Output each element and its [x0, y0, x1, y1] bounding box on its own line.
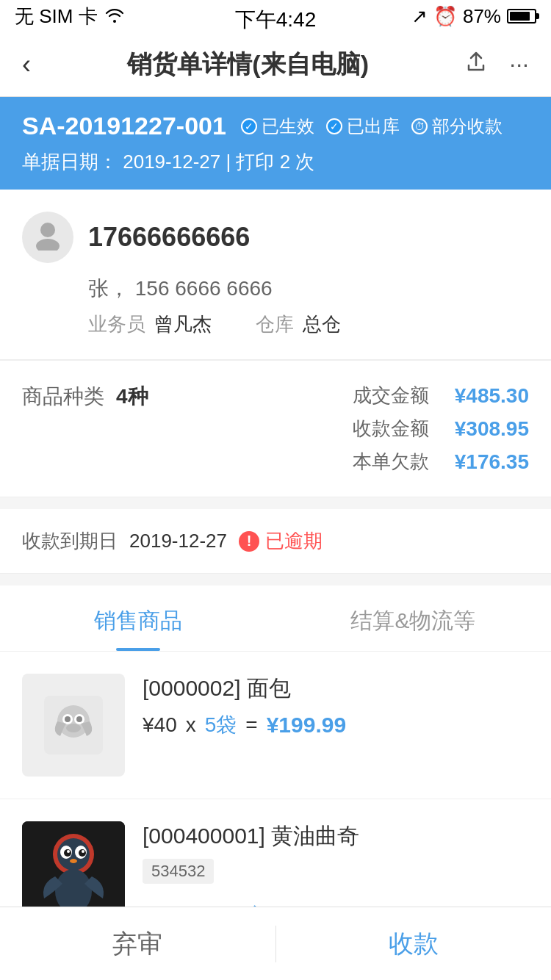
- overdue-badge: ! 已逾期: [239, 528, 323, 554]
- salesperson-item: 业务员 曾凡杰: [88, 311, 212, 337]
- due-date: 2019-12-27: [129, 530, 227, 552]
- clock-icon: ⏱: [411, 118, 428, 134]
- alarm-icon: ⏰: [433, 5, 457, 28]
- back-button[interactable]: ‹: [22, 49, 31, 80]
- cancel-button[interactable]: 弃审: [0, 912, 276, 976]
- status-badge-partial: ⏱ 部分收款: [411, 115, 503, 138]
- overdue-text: 已逾期: [265, 528, 323, 554]
- customer-contact: 张， 156 6666 6666: [88, 275, 529, 303]
- product-type-label: 商品种类: [22, 383, 104, 411]
- location-icon: ↗: [411, 5, 428, 28]
- customer-contact-phone: 156 6666 6666: [135, 277, 273, 300]
- product-type: 商品种类 4种: [22, 383, 148, 411]
- product-code-bread: [0000002]: [143, 676, 240, 700]
- svg-point-7: [76, 716, 82, 722]
- order-date-row: 单据日期： 2019-12-27 | 打印 2 次: [22, 149, 529, 175]
- check-icon-1: ✓: [241, 118, 257, 134]
- battery-icon: [507, 9, 536, 24]
- salesperson-value: 曾凡杰: [154, 311, 212, 337]
- carrier-label: 无 SIM 卡: [15, 4, 98, 29]
- order-banner: SA-20191227-001 ✓ 已生效 ✓ 已出库 ⏱ 部分收款 单据日期：…: [0, 97, 551, 190]
- stats-section: 商品种类 4种 成交金额 ¥485.30 收款金额 ¥308.95 本单欠款 ¥…: [0, 360, 551, 497]
- status-label-active: 已生效: [262, 115, 314, 138]
- status-time: 下午4:42: [235, 6, 317, 34]
- check-icon-2: ✓: [326, 118, 342, 134]
- amounts: 成交金额 ¥485.30 收款金额 ¥308.95 本单欠款 ¥176.35: [353, 383, 529, 475]
- product-code-cookie: [000400001]: [143, 824, 265, 848]
- status-badges: ✓ 已生效 ✓ 已出库 ⏱ 部分收款: [241, 115, 503, 138]
- due-section: 收款到期日 2019-12-27 ! 已逾期: [0, 509, 551, 574]
- product-tag-cookie: 534532: [143, 859, 214, 884]
- debt-label: 本单欠款: [353, 449, 429, 475]
- bread-placeholder: [22, 674, 125, 777]
- page-title: 销货单详情(来自电脑): [127, 48, 369, 82]
- multiply-icon-bread: x: [186, 713, 196, 737]
- received-row: 收款金额 ¥308.95: [353, 416, 529, 442]
- svg-point-0: [40, 223, 55, 237]
- confirm-button[interactable]: 收款: [276, 912, 552, 976]
- svg-point-3: [57, 705, 90, 738]
- product-image-bread: [22, 674, 125, 777]
- status-bar: 无 SIM 卡 下午4:42 ↗ ⏰ 87%: [0, 0, 551, 32]
- warehouse-item: 仓库 总仓: [256, 311, 341, 337]
- status-left: 无 SIM 卡: [15, 4, 124, 29]
- qty-bread: 5袋: [205, 711, 237, 739]
- debt-value: ¥176.35: [441, 450, 529, 474]
- product-name-cookie: [000400001] 黄油曲奇: [143, 821, 529, 851]
- bottom-bar: 弃审 收款: [0, 907, 551, 980]
- svg-point-6: [65, 716, 71, 722]
- svg-point-8: [66, 724, 81, 732]
- battery-percent: 87%: [463, 5, 501, 28]
- amount-label: 成交金额: [353, 383, 429, 408]
- status-badge-delivered: ✓ 已出库: [326, 115, 400, 138]
- warehouse-label: 仓库: [256, 311, 294, 337]
- order-date: 2019-12-27: [123, 151, 220, 173]
- product-price-bread: ¥40 x 5袋 = ¥199.99: [143, 711, 529, 739]
- product-name-bread: [0000002] 面包: [143, 674, 529, 704]
- product-display-name-bread: 面包: [247, 676, 291, 700]
- tab-settlement[interactable]: 结算&物流等: [276, 586, 551, 651]
- status-badge-active: ✓ 已生效: [241, 115, 314, 138]
- more-button[interactable]: ···: [509, 51, 529, 78]
- due-label: 收款到期日: [22, 528, 118, 554]
- salesperson-label: 业务员: [88, 311, 145, 337]
- amount-value: ¥485.30: [441, 384, 529, 408]
- price-bread: ¥40: [143, 713, 177, 737]
- print-info: | 打印 2 次: [226, 151, 314, 173]
- date-label: 单据日期：: [22, 151, 118, 173]
- order-banner-row1: SA-20191227-001 ✓ 已生效 ✓ 已出库 ⏱ 部分收款: [22, 112, 529, 140]
- wifi-icon: [105, 5, 124, 28]
- product-display-name-cookie: 黄油曲奇: [271, 824, 359, 848]
- order-id: SA-20191227-001: [22, 112, 226, 140]
- avatar-icon: [32, 218, 64, 257]
- nav-actions: ···: [465, 51, 529, 79]
- customer-meta: 业务员 曾凡杰 仓库 总仓: [88, 311, 529, 337]
- total-bread: ¥199.99: [267, 713, 346, 738]
- svg-point-1: [36, 239, 60, 251]
- amount-row: 成交金额 ¥485.30: [353, 383, 529, 408]
- svg-point-16: [67, 850, 70, 853]
- equals-icon-bread: =: [245, 713, 257, 737]
- tab-sales[interactable]: 销售商品: [0, 586, 276, 651]
- customer-name-text: 张，: [88, 277, 129, 300]
- debt-row: 本单欠款 ¥176.35: [353, 449, 529, 475]
- tab-settlement-label: 结算&物流等: [350, 608, 475, 633]
- share-button[interactable]: [465, 51, 487, 79]
- status-label-partial: 部分收款: [432, 115, 503, 138]
- customer-row: 17666666666: [22, 212, 529, 263]
- svg-point-17: [82, 850, 84, 853]
- overdue-icon: !: [239, 531, 259, 552]
- received-value: ¥308.95: [441, 417, 529, 441]
- svg-point-18: [70, 859, 77, 863]
- warehouse-value: 总仓: [303, 311, 341, 337]
- product-item: [0000002] 面包 ¥40 x 5袋 = ¥199.99: [0, 652, 551, 799]
- received-label: 收款金额: [353, 416, 429, 442]
- status-right: ↗ ⏰ 87%: [411, 5, 536, 28]
- tab-sales-label: 销售商品: [94, 608, 182, 633]
- customer-section: 17666666666 张， 156 6666 6666 业务员 曾凡杰 仓库 …: [0, 190, 551, 360]
- status-label-delivered: 已出库: [347, 115, 400, 138]
- nav-bar: ‹ 销货单详情(来自电脑) ···: [0, 32, 551, 97]
- avatar: [22, 212, 73, 263]
- tabs-section: 销售商品 结算&物流等: [0, 586, 551, 652]
- customer-phone: 17666666666: [88, 222, 250, 253]
